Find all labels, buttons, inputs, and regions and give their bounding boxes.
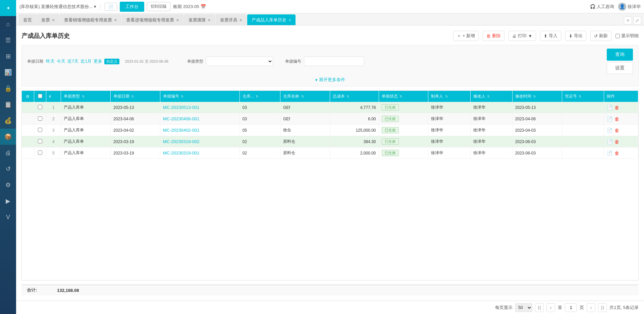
- export-btn[interactable]: ⬇ 导出: [565, 31, 586, 41]
- custom-tag[interactable]: 自定义: [104, 59, 119, 64]
- next-page-btn[interactable]: ›: [587, 303, 595, 312]
- th-type[interactable]: 单据类型 ⇅: [61, 91, 111, 102]
- view-icon-3[interactable]: 📄: [607, 139, 612, 144]
- th-status[interactable]: 单据状态 ⇅: [379, 91, 428, 102]
- show-detail-input[interactable]: [615, 34, 620, 38]
- tab-close-product-warehouse[interactable]: ×: [288, 18, 291, 22]
- prev-page-btn[interactable]: ‹: [546, 303, 555, 312]
- row-docnum-0[interactable]: MC-20230513-001: [160, 102, 240, 113]
- row-checkbox-3[interactable]: [34, 136, 46, 147]
- sidebar-item-1[interactable]: ☰: [0, 32, 16, 48]
- view-icon-2[interactable]: 📄: [607, 128, 612, 133]
- view-icon-1[interactable]: 📄: [607, 116, 612, 122]
- last-page-btn[interactable]: ⟩⟩: [598, 303, 607, 312]
- calendar-icon[interactable]: 📅: [201, 4, 206, 9]
- table-row: 3产品入库单2023-04-02MC-20230402-00105徐合125,0…: [22, 125, 638, 136]
- sidebar-item-11[interactable]: ▶: [0, 193, 16, 209]
- th-total-cost[interactable]: 总成本 ⇅: [330, 91, 379, 102]
- print-dropdown-icon: ▼: [528, 34, 532, 39]
- page-input[interactable]: [565, 303, 577, 312]
- doc-btn[interactable]: 📄: [105, 3, 117, 11]
- th-date[interactable]: 单据日期 ⇅: [111, 91, 160, 102]
- row-modtime-1: 2023-04-06: [512, 113, 562, 125]
- sidebar-item-2[interactable]: ⊞: [0, 48, 16, 64]
- shortcut-yesterday[interactable]: 昨天: [46, 58, 55, 64]
- tab-invoice-open[interactable]: 发票开具×: [216, 14, 247, 25]
- expand-conditions[interactable]: ▾ 展开更多条件: [27, 74, 633, 83]
- tab-close-invoice-calc[interactable]: ×: [208, 18, 211, 22]
- shortcut-today[interactable]: 今天: [57, 58, 65, 64]
- view-icon-4[interactable]: 📄: [607, 150, 612, 156]
- th-warehouse-code[interactable]: 仓库... ⇅: [239, 91, 280, 102]
- tab-sales-vat[interactable]: 查看销项增值税专用发票×: [60, 14, 121, 25]
- type-select[interactable]: [206, 57, 273, 66]
- select-all-checkbox[interactable]: [38, 94, 42, 98]
- th-doc-num[interactable]: 单据编号 ⇅: [160, 91, 240, 102]
- row-docnum-1[interactable]: MC-20230406-001: [160, 113, 240, 125]
- view-icon-0[interactable]: 📄: [607, 105, 612, 110]
- tab-purchase-vat[interactable]: 查看进项增值税专用发票×: [122, 14, 183, 25]
- row-checkbox-1[interactable]: [34, 113, 46, 125]
- sidebar-item-3[interactable]: 📊: [0, 64, 16, 80]
- workbench-btn[interactable]: 工作台: [120, 2, 144, 12]
- th-modifier[interactable]: 修改人 ⇅: [470, 91, 512, 102]
- sidebar-item-6[interactable]: 💰: [0, 113, 16, 129]
- row-checkbox-2[interactable]: [34, 125, 46, 136]
- set-btn[interactable]: 设置: [607, 62, 633, 74]
- import-btn[interactable]: ⬆ 导入: [540, 31, 561, 41]
- th-creator[interactable]: 制单人 ⇅: [428, 91, 470, 102]
- delete-btn[interactable]: 🗑 删除: [483, 31, 504, 41]
- th-settings[interactable]: ⚙: [22, 91, 34, 102]
- sidebar-item-9[interactable]: ↺: [0, 161, 16, 177]
- sidebar-item-0[interactable]: ⌂: [0, 16, 16, 32]
- show-detail-checkbox[interactable]: 显示明细: [615, 33, 639, 39]
- shortcut-7days[interactable]: 近7天: [67, 58, 78, 64]
- sidebar-item-4[interactable]: 🔒: [0, 80, 16, 97]
- add-icon: ＋: [457, 33, 461, 39]
- th-warehouse-name[interactable]: 仓库名称 ⇅: [280, 91, 330, 102]
- delete-icon-3[interactable]: 🗑: [614, 139, 619, 144]
- help-btn[interactable]: 🎧 人工咨询: [590, 4, 614, 10]
- tab-close-sales-vat[interactable]: ×: [114, 18, 117, 22]
- sidebar-item-5[interactable]: 📋: [0, 97, 16, 113]
- tab-home[interactable]: 首页: [19, 14, 36, 25]
- shortcut-more[interactable]: 更多: [94, 58, 102, 64]
- user-area[interactable]: 👤 徐泽华: [618, 3, 641, 11]
- sidebar-item-8[interactable]: 🖨: [0, 145, 16, 161]
- shortcut-1month[interactable]: 近1月: [80, 58, 92, 64]
- company-dropdown-icon[interactable]: ▾: [94, 4, 96, 9]
- tab-close-invoice[interactable]: ×: [52, 18, 55, 22]
- print-btn[interactable]: 🖨 打印 ▼: [508, 31, 536, 41]
- delete-icon-4[interactable]: 🗑: [614, 150, 619, 156]
- sidebar-item-12[interactable]: V: [0, 209, 16, 225]
- close-all-btn[interactable]: ×: [624, 16, 632, 24]
- th-checkbox[interactable]: [34, 91, 46, 102]
- row-docnum-3[interactable]: MC-20230319-002: [160, 136, 240, 147]
- query-btn[interactable]: 查询: [607, 49, 633, 61]
- row-checkbox-0[interactable]: [34, 102, 46, 113]
- delete-icon-0[interactable]: 🗑: [614, 105, 619, 110]
- tab-invoice-calc[interactable]: 发票测算×: [184, 14, 215, 25]
- tab-invoice[interactable]: 发票×: [37, 14, 59, 25]
- restore-btn[interactable]: ⤢: [633, 16, 641, 24]
- tab-close-purchase-vat[interactable]: ×: [176, 18, 179, 22]
- refresh-btn[interactable]: ↺ 刷新: [590, 31, 611, 41]
- row-actions-1: 📄🗑: [604, 113, 638, 125]
- switch-old-btn[interactable]: 切到旧版: [147, 2, 170, 11]
- first-page-btn[interactable]: ⟨⟨: [535, 303, 544, 312]
- th-modify-time[interactable]: 修改时间 ⇅: [512, 91, 562, 102]
- tab-product-warehouse[interactable]: 产成品入库单历史×: [247, 14, 296, 25]
- tab-close-invoice-open[interactable]: ×: [239, 18, 242, 22]
- row-docnum-4[interactable]: MC-20230319-001: [160, 147, 240, 159]
- delete-icon-2[interactable]: 🗑: [614, 128, 619, 133]
- per-page-select[interactable]: 50 100 200: [515, 303, 532, 312]
- doc-num-input[interactable]: [304, 57, 364, 66]
- row-checkbox-4[interactable]: [34, 147, 46, 159]
- company-selector[interactable]: (库存核算) 直播轻推通信息技术股份... ▾: [19, 4, 96, 10]
- delete-icon-1[interactable]: 🗑: [614, 116, 619, 122]
- row-docnum-2[interactable]: MC-20230402-001: [160, 125, 240, 136]
- add-btn[interactable]: ＋ + 新增: [453, 31, 479, 41]
- th-voucher-num[interactable]: 凭证号 ⇅: [562, 91, 604, 102]
- sidebar-item-7[interactable]: 📦: [0, 129, 16, 145]
- sidebar-item-10[interactable]: ⚙: [0, 177, 16, 193]
